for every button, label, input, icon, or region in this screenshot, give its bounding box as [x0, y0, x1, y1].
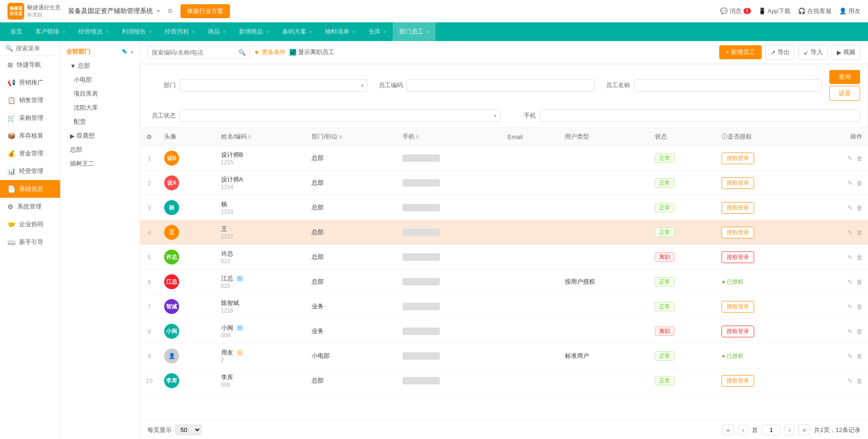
dept-tree-item-0[interactable]: ▼ 总部	[61, 59, 139, 73]
nav-tab-条码方案[interactable]: 条码方案 ×	[276, 22, 319, 41]
tab-close-icon[interactable]: ×	[426, 29, 429, 35]
sidebar-item-inventory[interactable]: 📦库存核算	[0, 127, 60, 145]
nav-tab-仓库[interactable]: 仓库 ×	[362, 22, 393, 41]
dept-filter-select[interactable]	[180, 79, 368, 92]
sidebar-item-system[interactable]: ⚙系统管理	[0, 198, 60, 216]
tab-close-icon[interactable]: ×	[352, 29, 355, 35]
dept-tree-item-7[interactable]: 插树王二	[61, 157, 139, 171]
authorize-btn[interactable]: 授权登录	[722, 202, 754, 214]
table-header-phone[interactable]: 手机⇅	[397, 128, 502, 146]
nav-tab-利润报告[interactable]: 利润报告 ×	[115, 22, 158, 41]
query-btn[interactable]: 查询	[829, 70, 860, 84]
nav-tab-新增商品[interactable]: 新增商品 ×	[232, 22, 275, 41]
search-input[interactable]	[152, 49, 236, 56]
tab-close-icon[interactable]: ×	[149, 29, 152, 35]
column-settings-icon[interactable]: ⚙	[146, 133, 152, 140]
setting-btn[interactable]: 设置	[829, 86, 860, 101]
online-service-btn[interactable]: 🎧 在线客服	[798, 7, 832, 15]
experience-btn[interactable]: 体验行业方案	[181, 4, 230, 18]
delete-icon[interactable]: 🗑	[856, 180, 862, 187]
tab-close-icon[interactable]: ×	[105, 29, 108, 35]
sidebar-search-input[interactable]	[16, 45, 61, 52]
authorize-btn[interactable]: 授权登录	[722, 326, 754, 337]
edit-icon[interactable]: ✎	[847, 155, 853, 162]
nav-tab-首页[interactable]: 首页	[4, 22, 29, 41]
first-page-btn[interactable]: «	[722, 425, 734, 435]
page-number-input[interactable]	[762, 425, 780, 435]
edit-icon[interactable]: ✎	[847, 377, 853, 384]
dept-collapse-icon[interactable]: «	[130, 48, 134, 56]
dept-tree-item-3[interactable]: 沈阳大库	[61, 101, 139, 115]
tab-close-icon[interactable]: ×	[266, 29, 269, 35]
import-btn[interactable]: ↙ 导入	[799, 45, 828, 60]
more-conditions-btn[interactable]: ▼ 更多条件	[254, 48, 286, 56]
tab-close-icon[interactable]: ×	[62, 29, 65, 35]
per-page-select[interactable]: 50 100	[175, 425, 201, 435]
nav-tab-客户联络[interactable]: 客户联络 ×	[29, 22, 72, 41]
nav-tab-物料清单[interactable]: 物料清单 ×	[319, 22, 361, 41]
authorize-btn[interactable]: 授权登录	[722, 375, 754, 387]
view-btn[interactable]: ▶ 视频	[832, 45, 861, 60]
next-page-btn[interactable]: ›	[784, 425, 794, 435]
sidebar-item-operations[interactable]: 📊经营管理	[0, 162, 60, 180]
delete-icon[interactable]: 🗑	[856, 229, 862, 236]
nav-tab-商品[interactable]: 商品 ×	[201, 22, 232, 41]
search-icon[interactable]: 🔍	[238, 49, 246, 56]
phone-input[interactable]	[540, 109, 861, 122]
delete-icon[interactable]: 🗑	[856, 204, 862, 211]
emp-code-input[interactable]	[407, 79, 595, 92]
edit-icon[interactable]: ✎	[847, 229, 853, 236]
edit-icon[interactable]: ✎	[847, 180, 853, 187]
prev-page-btn[interactable]: ‹	[738, 425, 748, 435]
delete-icon[interactable]: 🗑	[856, 155, 862, 162]
emp-name-input[interactable]	[634, 79, 822, 92]
sidebar-item-basics[interactable]: 📄基础信息	[0, 180, 60, 198]
table-header-name[interactable]: 姓名/编码⇅	[215, 128, 306, 146]
edit-icon[interactable]: ✎	[847, 254, 853, 261]
authorize-btn[interactable]: 授权登录	[722, 153, 754, 164]
authorize-btn[interactable]: 授权登录	[722, 177, 754, 189]
edit-icon[interactable]: ✎	[847, 353, 853, 360]
sidebar-item-finance[interactable]: 💰资金管理	[0, 145, 60, 162]
sidebar-item-guide[interactable]: 📖新手引导	[0, 233, 60, 251]
delete-icon[interactable]: 🗑	[856, 328, 862, 335]
nav-tab-经营情况[interactable]: 经营情况 ×	[72, 22, 115, 41]
nav-tab-经营历程[interactable]: 经营历程 ×	[158, 22, 201, 41]
sidebar-item-sales[interactable]: 📋销售管理	[0, 91, 60, 109]
sidebar-item-collab[interactable]: 🤝企业协同	[0, 216, 60, 233]
dropdown-arrow-icon[interactable]: ▾	[157, 7, 160, 14]
delete-icon[interactable]: 🗑	[856, 377, 862, 384]
authorize-btn[interactable]: 授权登录	[722, 301, 754, 313]
tab-close-icon[interactable]: ×	[192, 29, 194, 35]
last-page-btn[interactable]: »	[799, 425, 810, 435]
authorize-btn[interactable]: 授权登录	[722, 251, 754, 263]
sidebar-item-quick-nav[interactable]: ⊞快捷导航	[0, 56, 60, 74]
add-employee-btn[interactable]: + 新增员工	[719, 45, 762, 59]
emp-status-select[interactable]	[180, 109, 500, 122]
edit-icon[interactable]: ✎	[847, 303, 853, 310]
tab-close-icon[interactable]: ×	[383, 29, 386, 35]
tab-close-icon[interactable]: ×	[223, 29, 226, 35]
sidebar-item-marketing[interactable]: 📢营销推广	[0, 74, 60, 91]
table-header-dept[interactable]: 部门/职位⇅	[306, 128, 397, 146]
dept-tree-item-5[interactable]: ▶ 双鹿想	[61, 129, 139, 143]
dept-tree-item-6[interactable]: 总部	[61, 143, 139, 157]
all-depts-label[interactable]: 全部部门	[66, 48, 90, 56]
delete-icon[interactable]: 🗑	[856, 303, 862, 310]
edit-icon[interactable]: ✎	[847, 279, 853, 286]
delete-icon[interactable]: 🗑	[856, 254, 862, 261]
tab-close-icon[interactable]: ×	[309, 29, 312, 35]
dept-tree-item-4[interactable]: 配货	[61, 115, 139, 129]
nav-tab-部门员工[interactable]: 部门员工 ×	[393, 22, 436, 41]
table-header-settings[interactable]: ⚙	[140, 128, 159, 146]
delete-icon[interactable]: 🗑	[856, 279, 862, 286]
edit-icon[interactable]: ✎	[847, 204, 853, 211]
authorize-btn[interactable]: 授权登录	[722, 227, 754, 238]
sidebar-item-purchase[interactable]: 🛒采购管理	[0, 109, 60, 127]
app-download-btn[interactable]: 📱 App下载	[758, 7, 791, 15]
edit-icon[interactable]: ✎	[847, 328, 853, 335]
delete-icon[interactable]: 🗑	[856, 353, 862, 360]
dept-tree-item-2[interactable]: 项目库房	[61, 87, 139, 101]
export-btn[interactable]: ↗ 导出	[765, 45, 795, 60]
show-resigned-checkbox[interactable]: 显示离职员工	[290, 48, 334, 56]
